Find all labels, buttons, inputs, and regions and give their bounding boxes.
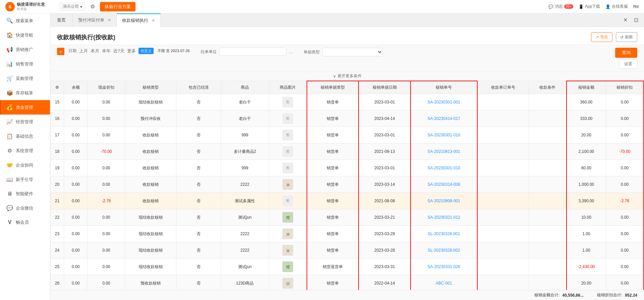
cell-writeoff-type: 预付冲应收 — [125, 111, 176, 127]
maximize-btn[interactable]: ⊡ — [632, 16, 640, 24]
trial-button[interactable]: 休验行业方案 — [100, 2, 136, 11]
expand-conditions-btn[interactable]: ∨ 展开更多条件 — [333, 73, 362, 79]
cell-bill-date: 2023-03-01 — [359, 127, 411, 143]
company-name: 演示公司 — [63, 4, 79, 9]
cell-writeoff-discount: 0.00 — [606, 176, 644, 193]
goods-image: 图 — [282, 97, 293, 108]
cell-bill-no[interactable]: SA-20230301-001 — [411, 94, 477, 111]
main-table: ⚙ 余额 现金折扣 核销类型 包含已结清 商品 商品图片 核销单据类型 核销单据… — [50, 81, 644, 290]
bill-no-link[interactable]: SA-20210808-001 — [428, 199, 460, 203]
message-btn[interactable]: 💬 消息 99+ — [548, 4, 573, 9]
tab-prepay-close[interactable]: ✕ — [108, 18, 111, 23]
cell-bill-no[interactable]: SA-20230321-012 — [411, 209, 477, 226]
message-badge: 99+ — [564, 4, 573, 9]
cell-id: 17 — [51, 127, 64, 143]
table-settings-button[interactable]: 设置 — [619, 59, 637, 69]
sidebar-item-sales[interactable]: 📊 销售管理 — [0, 57, 50, 71]
sidebar-item-system[interactable]: ⚙ 系统管理 — [0, 143, 50, 158]
from-unit-input[interactable] — [219, 48, 286, 56]
cell-id: 20 — [51, 176, 64, 193]
sidebar-item-marketing[interactable]: 📢 营销推广 — [0, 42, 50, 57]
date-7days[interactable]: 近7天 — [113, 48, 124, 54]
export-button[interactable]: ↗ 导出 — [591, 32, 612, 42]
cell-writeoff-discount: 0.00 — [606, 275, 644, 290]
refresh-button[interactable]: ↺ 刷新 — [616, 32, 637, 42]
sidebar-item-basic-info[interactable]: 📋 基础信息 — [0, 129, 50, 143]
chevron-down-icon: ∨ — [333, 74, 336, 79]
date-this-year[interactable]: 本年 — [102, 48, 111, 54]
col-settings[interactable]: ⚙ — [51, 81, 64, 94]
sidebar-item-quicknav[interactable]: 🏠 快捷导航 — [0, 28, 50, 42]
coop-icon: 🤝 — [6, 162, 13, 168]
sidebar-item-purchase[interactable]: 🛒 采购管理 — [0, 71, 50, 86]
date-this-month[interactable]: 本月 — [91, 48, 99, 54]
vip-icon: V — [6, 219, 13, 225]
cell-bill-no[interactable]: SA-20230301-010 — [411, 160, 477, 176]
sidebar-item-label: 畅会员 — [16, 219, 29, 225]
col-bill-date: 核销单据日期 — [359, 81, 411, 94]
query-button[interactable]: 查询 — [615, 48, 637, 58]
bill-type-select[interactable] — [322, 48, 383, 56]
cell-bill-no[interactable]: SA-20210808-001 — [411, 193, 477, 209]
sidebar-item-inventory[interactable]: 📦 库存核算 — [0, 86, 50, 100]
cell-cash-discount: 0.00 — [88, 176, 125, 193]
sidebar-item-wechat[interactable]: 💬 企业微信 — [0, 201, 50, 215]
cell-bill-date: 2023-03-01 — [359, 160, 411, 176]
sidebar-item-hardware[interactable]: 🖥 智能硬件 — [0, 187, 50, 201]
date-more[interactable]: 更多 — [127, 48, 136, 54]
close-window-btn[interactable]: ✕ — [621, 16, 629, 24]
from-unit-filter: 往来单位 ... — [201, 48, 293, 56]
tab-prepay[interactable]: 预付冲应付单 ✕ — [73, 13, 117, 27]
top-bar: 6 畅捷通谱好生意 标准版 演示公司 ▾ ⚙ 休验行业方案 💬 消息 99+ 📱… — [0, 0, 644, 13]
cell-goods-image: ▦ — [269, 226, 307, 242]
sidebar: 🔍 搜索菜单 🏠 快捷导航 📢 营销推广 📊 销售管理 🛒 采购管理 📦 库存核… — [0, 13, 50, 300]
cell-receipt-order-no — [477, 226, 529, 242]
tab-writeoff[interactable]: 收款核销执行 ✕ — [117, 13, 161, 27]
cell-bill-no[interactable]: SA-20230301-010 — [411, 127, 477, 143]
col-receipt-order-no: 收款单订单号 — [477, 81, 529, 94]
bill-no-link[interactable]: SL-20230328-002 — [428, 248, 460, 253]
online-service-btn[interactable]: 👤 在线客服 — [605, 4, 628, 9]
bill-no-link[interactable]: SL-20230328-001 — [428, 231, 460, 236]
sidebar-item-search[interactable]: 🔍 搜索菜单 — [0, 13, 50, 28]
cell-bill-no[interactable]: SA-20230331-026 — [411, 259, 477, 275]
cell-id: 23 — [51, 226, 64, 242]
cell-receipt-order-no — [477, 94, 529, 111]
bill-no-link[interactable]: SA-20230331-026 — [428, 264, 460, 269]
sidebar-item-finance[interactable]: 💰 资金管理 — [0, 100, 50, 115]
cell-bill-no[interactable]: SL-20230328-002 — [411, 242, 477, 259]
cell-bill-no[interactable]: SA-20210813-001 — [411, 143, 477, 160]
cell-writeoff-discount: 0.00 — [606, 111, 644, 127]
cell-writeoff-discount: 0.00 — [606, 94, 644, 111]
cell-bill-no[interactable]: ABC-001 — [411, 275, 477, 290]
bill-no-link[interactable]: SA-20230301-010 — [428, 133, 460, 137]
sidebar-item-cooperation[interactable]: 🤝 企业协同 — [0, 158, 50, 172]
sidebar-item-guide[interactable]: 📖 新手引导 — [0, 172, 50, 187]
sidebar-item-label: 基础信息 — [16, 133, 33, 139]
cell-bill-no[interactable]: SA-20230314-008 — [411, 176, 477, 193]
bill-no-link[interactable]: SA-20230414-017 — [428, 116, 460, 121]
cell-bill-no[interactable]: SL-20230328-001 — [411, 226, 477, 242]
settings-icon-btn[interactable]: ⚙ — [88, 2, 97, 11]
search-icon: 🔍 — [6, 17, 13, 24]
date-last-month[interactable]: 上月 — [79, 48, 88, 54]
company-selector[interactable]: 演示公司 ▾ — [60, 2, 85, 11]
bill-no-link[interactable]: SA-20230301-001 — [428, 100, 460, 104]
cell-bill-report-type: 销货单 — [307, 111, 359, 127]
filter-expand-btn[interactable]: » — [57, 48, 64, 55]
cell-bill-no[interactable]: SA-20230414-017 — [411, 111, 477, 127]
tab-home[interactable]: 首页 — [50, 13, 73, 27]
main-area: 首页 预付冲应付单 ✕ 收款核销执行 ✕ ✕ ⊡ 收款核销执行(按收款) ↗ 导… — [50, 13, 644, 300]
bill-no-link[interactable]: SA-20210813-001 — [428, 149, 460, 154]
sidebar-item-operations[interactable]: 📈 经营管理 — [0, 115, 50, 129]
sidebar-item-vip[interactable]: V 畅会员 — [0, 215, 50, 229]
app-download-btn[interactable]: 📱 App下载 — [579, 4, 600, 9]
tab-writeoff-close[interactable]: ✕ — [152, 18, 155, 23]
bill-no-link[interactable]: SA-20230314-008 — [428, 182, 460, 187]
cell-bill-report-type: 销货单 — [307, 209, 359, 226]
bill-no-link[interactable]: ABC-001 — [436, 281, 452, 286]
bill-no-link[interactable]: SA-20230321-012 — [428, 215, 460, 220]
cell-writeoff-type: 现结收款核销 — [125, 242, 176, 259]
bill-no-link[interactable]: SA-20230301-010 — [428, 166, 460, 170]
custom-date-btn[interactable]: 自定义 — [139, 48, 154, 54]
